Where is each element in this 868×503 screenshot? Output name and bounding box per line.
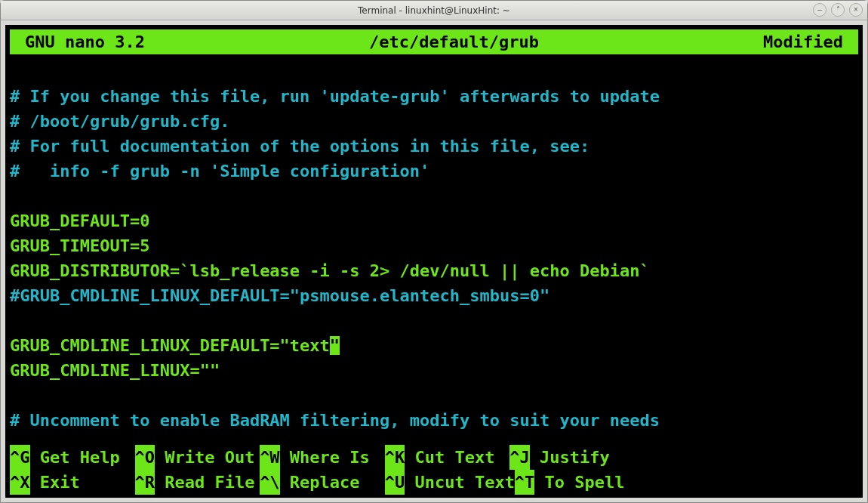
cursor-icon: ": [330, 336, 340, 355]
file-line: GRUB_CMDLINE_LINUX="": [10, 361, 220, 380]
file-line: # For full documentation of the options …: [10, 137, 589, 156]
shortcut-read-file[interactable]: ^R Read File: [135, 470, 260, 495]
file-line-cursor: GRUB_CMDLINE_LINUX_DEFAULT="text": [10, 336, 340, 355]
shortcut-justify[interactable]: ^J Justify: [509, 445, 635, 470]
nano-modified: Modified: [763, 29, 857, 54]
file-line: #GRUB_CMDLINE_LINUX_DEFAULT="psmouse.ela…: [10, 286, 549, 305]
shortcut-row: ^G Get Help ^O Write Out ^W Where Is ^K …: [10, 445, 858, 470]
maximize-button[interactable]: ˄: [831, 3, 845, 17]
shortcut-uncut-text[interactable]: ^U Uncut Text: [385, 470, 515, 495]
shortcut-write-out[interactable]: ^O Write Out: [135, 445, 260, 470]
nano-shortcut-bar: ^G Get Help ^O Write Out ^W Where Is ^K …: [10, 445, 858, 495]
window-title: Terminal - linuxhint@LinuxHint: ~: [358, 5, 510, 16]
file-line: GRUB_DISTRIBUTOR=`lsb_release -i -s 2> /…: [10, 261, 650, 280]
nano-header-bar: GNU nano 3.2 /etc/default/grub Modified: [10, 29, 858, 54]
terminal-window: Terminal - linuxhint@LinuxHint: ~ – ˄ × …: [0, 0, 868, 503]
shortcut-where-is[interactable]: ^W Where Is: [260, 445, 385, 470]
nano-editor-content[interactable]: # If you change this file, run 'update-g…: [10, 59, 858, 458]
shortcut-exit[interactable]: ^X Exit: [10, 470, 135, 495]
shortcut-row: ^X Exit ^R Read File ^\ Replace ^U Uncut…: [10, 470, 858, 495]
file-line: # Uncomment to enable BadRAM filtering, …: [10, 411, 660, 430]
terminal-viewport[interactable]: GNU nano 3.2 /etc/default/grub Modified …: [5, 25, 863, 498]
minimize-button[interactable]: –: [813, 3, 826, 17]
shortcut-cut-text[interactable]: ^K Cut Text: [385, 445, 510, 470]
nano-filename: /etc/default/grub: [369, 29, 539, 54]
window-controls: – ˄ ×: [813, 3, 863, 17]
shortcut-replace[interactable]: ^\ Replace: [260, 470, 385, 495]
window-titlebar: Terminal - linuxhint@LinuxHint: ~ – ˄ ×: [1, 1, 867, 20]
shortcut-get-help[interactable]: ^G Get Help: [10, 445, 135, 470]
file-line: GRUB_TIMEOUT=5: [10, 236, 149, 255]
file-line: # info -f grub -n 'Simple configuration': [10, 162, 429, 181]
file-line: GRUB_DEFAULT=0: [10, 211, 149, 230]
nano-version: GNU nano 3.2: [11, 29, 145, 54]
file-line: # If you change this file, run 'update-g…: [10, 87, 660, 106]
file-line: # /boot/grub/grub.cfg.: [10, 112, 229, 131]
shortcut-to-spell[interactable]: ^T To Spell: [515, 470, 640, 495]
close-button[interactable]: ×: [849, 3, 863, 17]
